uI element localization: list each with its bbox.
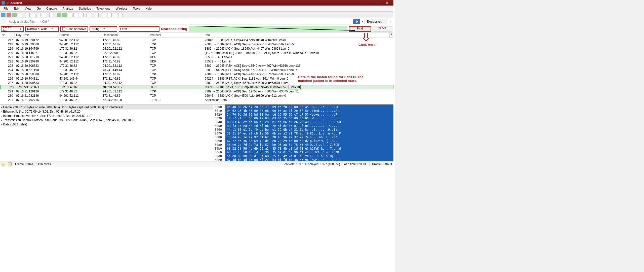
- last-icon[interactable]: [79, 13, 84, 17]
- packet-scrollbar[interactable]: ▲: [389, 33, 393, 38]
- menu-help[interactable]: Help: [143, 6, 154, 11]
- tree-node[interactable]: ▸ Transmission Control Protocol, Src Por…: [1, 118, 213, 122]
- zoom-reset-icon[interactable]: [113, 13, 117, 17]
- tree-node[interactable]: ▸ Data (1082 bytes): [1, 122, 213, 127]
- maximize-button[interactable]: ▢: [372, 0, 382, 6]
- options-icon[interactable]: [18, 13, 22, 17]
- search-charset-dropdown[interactable]: Narrow & Wide▼: [25, 26, 59, 32]
- col-info[interactable]: Info: [203, 33, 393, 38]
- col-destination[interactable]: Destination: [101, 33, 148, 38]
- tree-node[interactable]: ▸ Frame 228: 1136 bytes on wire (9088 bi…: [1, 105, 213, 110]
- hex-bytes: 06 48 80 e6 d7 20 06 71 09 cb f8 02 08 0…: [225, 105, 308, 161]
- menu-analyze[interactable]: Analyze: [60, 6, 76, 11]
- col-no[interactable]: No: [0, 33, 15, 38]
- table-row[interactable]: 21807:16:19.82066894.201.52.112172.31.46…: [0, 42, 393, 46]
- open-icon[interactable]: [25, 13, 30, 17]
- status-frame: Frame (frame), 1136 bytes: [15, 162, 51, 166]
- menu-telephony[interactable]: Telephony: [94, 6, 113, 11]
- packet-list[interactable]: 21707:16:19.82017294.201.52.112172.31.46…: [0, 38, 393, 104]
- table-row[interactable]: 22507:16:20.65988894.201.52.112172.31.46…: [0, 72, 393, 76]
- status-bar: Frame (frame), 1136 bytes Packets: 1097 …: [0, 161, 393, 167]
- zoom-in-icon[interactable]: [102, 13, 106, 17]
- find-button[interactable]: Find: [349, 26, 371, 32]
- table-row[interactable]: 22007:16:20.146077172.31.46.82222.222.99…: [0, 51, 393, 55]
- search-scope-dropdown[interactable]: Packet list▼: [1, 26, 24, 32]
- minimize-button[interactable]: —: [362, 0, 372, 6]
- bookmark-icon[interactable]: [1, 19, 6, 24]
- table-row[interactable]: 22307:16:20.506723172.31.46.8294.201.52.…: [0, 63, 393, 68]
- start-capture-icon[interactable]: [1, 13, 6, 17]
- menu-capture[interactable]: Capture: [44, 6, 60, 11]
- display-filter-row: ▼ Expression… +: [0, 18, 393, 25]
- search-query-input[interactable]: [119, 26, 159, 32]
- display-filter-input[interactable]: [7, 19, 352, 24]
- first-icon[interactable]: [73, 13, 78, 17]
- detail-panes: ▸ Frame 228: 1136 bytes on wire (9088 bi…: [0, 104, 393, 161]
- table-row[interactable]: 23107:16:21.492716172.31.46.8252.94.205.…: [0, 98, 393, 102]
- search-type-dropdown[interactable]: String▼: [90, 26, 117, 32]
- hex-ascii: .H... .q ......E. .b#K@... .....R^. 4p.=…: [308, 105, 393, 161]
- hex-offsets: 0000 0010 0020 0030 0040 0050 0060 0070 …: [214, 105, 225, 161]
- expression-button[interactable]: Expression…: [365, 19, 387, 24]
- col-protocol[interactable]: Protocol: [148, 33, 203, 38]
- table-row[interactable]: 22407:16:20.521190172.31.46.8243.241.149…: [0, 68, 393, 72]
- wireshark-window: DP2.pcapng — ▢ ✕ FileEditViewGoCaptureAn…: [0, 0, 393, 167]
- reload-icon[interactable]: [42, 13, 46, 17]
- close-file-icon[interactable]: [36, 13, 41, 17]
- status-profile[interactable]: Profile: Default: [369, 162, 392, 166]
- resize-cols-icon[interactable]: [118, 13, 123, 17]
- stop-capture-icon[interactable]: [7, 13, 11, 17]
- hex-view[interactable]: 0000 0010 0020 0030 0040 0050 0060 0070 …: [214, 105, 393, 161]
- notes-icon[interactable]: [8, 162, 12, 166]
- annotation-searched-string: Searched string: [161, 27, 187, 31]
- case-sensitive-checkbox[interactable]: Case sensitive: [60, 26, 88, 32]
- goto-icon[interactable]: [68, 13, 72, 17]
- expert-led-icon[interactable]: [2, 163, 5, 166]
- menu-view[interactable]: View: [22, 6, 34, 11]
- find-icon[interactable]: [49, 13, 54, 17]
- table-row[interactable]: 22907:16:21.126126172.31.46.8294.201.52.…: [0, 89, 393, 93]
- packet-detail-tree[interactable]: ▸ Frame 228: 1136 bytes on wire (9088 bi…: [0, 105, 214, 161]
- add-filter-button[interactable]: +: [388, 20, 392, 24]
- search-highlight-bar: [189, 26, 347, 32]
- restart-capture-icon[interactable]: [12, 13, 17, 17]
- table-row[interactable]: 22207:16:20.32078094.201.52.112172.31.46…: [0, 59, 393, 63]
- save-icon[interactable]: [31, 13, 35, 17]
- colorize-icon[interactable]: [94, 13, 99, 17]
- table-row[interactable]: 21907:16:19.864799172.31.46.8294.201.52.…: [0, 46, 393, 51]
- autoscroll-icon[interactable]: [87, 13, 91, 17]
- table-row[interactable]: 22707:16:20.708533172.31.46.8294.201.52.…: [0, 81, 393, 85]
- menu-statistics[interactable]: Statistics: [76, 6, 93, 11]
- status-packets: Packets: 1097 · Displayed: 1097 (100.0%)…: [284, 162, 366, 166]
- main-toolbar: [0, 12, 393, 18]
- table-row[interactable]: 22807:16:21.126071172.31.46.8294.201.52.…: [0, 85, 393, 89]
- col-daytime[interactable]: Day Time: [15, 33, 58, 38]
- table-row[interactable]: 23007:16:21.28214694.201.52.112172.31.46…: [0, 93, 393, 98]
- forward-icon[interactable]: [62, 13, 67, 17]
- apply-filter-icon[interactable]: [353, 19, 360, 24]
- zoom-out-icon[interactable]: [107, 13, 112, 17]
- table-row[interactable]: 22107:16:20.30171094.201.52.112172.31.46…: [0, 55, 393, 59]
- tree-node[interactable]: ▸ Internet Protocol Version 4, Src: 172.…: [1, 114, 213, 118]
- table-row[interactable]: 22607:16:20.70431143.241.149.44172.31.46…: [0, 76, 393, 81]
- menu-edit[interactable]: Edit: [11, 6, 22, 11]
- find-toolbar: Packet list▼ Narrow & Wide▼ Case sensiti…: [0, 25, 393, 33]
- menu-tools[interactable]: Tools: [130, 6, 142, 11]
- tree-node[interactable]: ▸ Ethernet II, Src: 06:71:09:cb:f8:02, D…: [1, 110, 213, 114]
- packet-list-header: No Day Time Source Destination Protocol …: [0, 33, 393, 38]
- menu-wireless[interactable]: Wireless: [113, 6, 130, 11]
- app-icon: [2, 1, 5, 5]
- filter-history-dropdown[interactable]: ▼: [361, 20, 364, 23]
- menu-go[interactable]: Go: [34, 6, 43, 11]
- table-row[interactable]: 21707:16:19.82017294.201.52.112172.31.46…: [0, 38, 393, 42]
- letterbox: [395, 0, 644, 272]
- cancel-button[interactable]: Cancel: [373, 26, 392, 32]
- menu-bar: FileEditViewGoCaptureAnalyzeStatisticsTe…: [0, 6, 393, 12]
- back-icon[interactable]: [57, 13, 61, 17]
- col-source[interactable]: Source: [58, 33, 101, 38]
- window-title: DP2.pcapng: [7, 1, 22, 4]
- menu-file[interactable]: File: [1, 6, 11, 11]
- titlebar: DP2.pcapng — ▢ ✕: [0, 0, 393, 6]
- close-button[interactable]: ✕: [382, 0, 392, 6]
